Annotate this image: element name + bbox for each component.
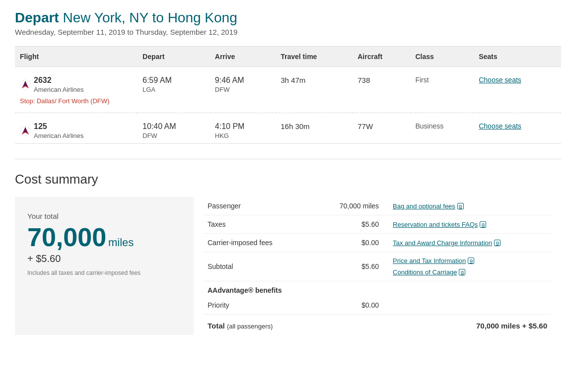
aircraft-cell-2: 77W — [353, 113, 410, 144]
links-cell: Price and Tax Information ⧉ Conditions o… — [393, 257, 547, 276]
cost-row-total: Total (all passengers) 70,000 miles + $5… — [204, 315, 551, 335]
cost-total-box: Your total 70,000 miles + $5.60 Includes… — [15, 197, 194, 335]
table-row: 125 American Airlines 10:40 AM DFW 4:10 … — [15, 113, 561, 144]
cash-amount: + $5.60 — [27, 253, 181, 264]
seats-cell-1[interactable]: Choose seats — [474, 67, 561, 98]
cost-link-cell-2: Reservation and tickets FAQs ⧉ — [383, 215, 551, 234]
travel-time-cell-2: 16h 30m — [276, 113, 353, 144]
depart-time-1: 6:59 AM — [143, 76, 205, 85]
american-airlines-icon-2 — [20, 126, 31, 136]
stop-info-1: Stop: Dallas/ Fort Worth (DFW) — [15, 97, 561, 113]
benefits-label: AAdvantage® benefits — [204, 281, 317, 297]
depart-time-2: 10:40 AM — [143, 122, 205, 131]
choose-seats-link-2[interactable]: Choose seats — [479, 122, 521, 130]
total-value: 70,000 miles + $5.60 — [317, 315, 551, 335]
flight-table: Flight Depart Arrive Travel time Aircraf… — [15, 46, 561, 144]
page-title: Depart New York, NY to Hong Kong — [15, 10, 561, 26]
cost-value-passenger: 70,000 miles — [317, 197, 383, 215]
class-cell-2: Business — [410, 113, 474, 144]
arrive-time-1: 9:46 AM — [215, 76, 271, 85]
aircraft-1: 738 — [358, 76, 405, 84]
external-link-icon: ⧉ — [457, 203, 464, 209]
cost-label-passenger: Passenger — [204, 197, 317, 215]
conditions-carriage-link[interactable]: Conditions of Carriage ⧉ — [393, 268, 547, 276]
cost-summary-section: Cost summary Your total 70,000 miles + $… — [15, 172, 561, 335]
cost-link-cell-4: Price and Tax Information ⧉ Conditions o… — [383, 252, 551, 281]
cost-label-subtotal: Subtotal — [204, 252, 317, 281]
external-link-icon-3: ⧉ — [494, 240, 501, 246]
miles-word: miles — [108, 236, 134, 249]
external-link-icon-2: ⧉ — [480, 221, 486, 228]
col-flight: Flight — [15, 47, 138, 67]
cost-summary-title: Cost summary — [15, 172, 561, 187]
col-depart: Depart — [138, 47, 210, 67]
airline-name-2: American Airlines — [34, 132, 83, 139]
external-link-icon-5: ⧉ — [459, 269, 465, 275]
cost-details: Passenger 70,000 miles Bag and optional … — [194, 197, 561, 335]
miles-display: 70,000 miles — [27, 224, 181, 250]
class-2: Business — [415, 122, 469, 130]
class-1: First — [415, 76, 469, 84]
seats-cell-2[interactable]: Choose seats — [474, 113, 561, 144]
arrive-airport-1: DFW — [215, 86, 271, 93]
flight-num-2: 125 — [34, 122, 83, 131]
cost-label-carrier: Carrier-imposed fees — [204, 234, 317, 252]
cost-link-cell-3: Tax and Award Charge Information ⧉ — [383, 234, 551, 252]
depart-cell-2: 10:40 AM DFW — [138, 113, 210, 144]
class-cell-1: First — [410, 67, 474, 98]
total-label: Total (all passengers) — [204, 315, 317, 335]
cost-row-subtotal: Subtotal $5.60 Price and Tax Information… — [204, 252, 551, 281]
includes-note: Includes all taxes and carrier-imposed f… — [27, 269, 181, 276]
col-class: Class — [410, 47, 474, 67]
col-travel-time: Travel time — [276, 47, 353, 67]
tax-award-link[interactable]: Tax and Award Charge Information ⧉ — [393, 239, 501, 247]
choose-seats-link-1[interactable]: Choose seats — [479, 76, 521, 84]
depart-cell-1: 6:59 AM LGA — [138, 67, 210, 98]
arrive-airport-2: HKG — [215, 132, 271, 139]
priority-value: $0.00 — [317, 296, 383, 315]
miles-amount: 70,000 — [27, 223, 106, 252]
flight-number-2: 125 American Airlines — [20, 122, 133, 139]
airline-name-1: American Airlines — [34, 86, 83, 93]
aircraft-2: 77W — [358, 122, 405, 131]
reservation-faqs-link[interactable]: Reservation and tickets FAQs ⧉ — [393, 221, 486, 228]
cost-row-passenger: Passenger 70,000 miles Bag and optional … — [204, 197, 551, 215]
arrive-cell-1: 9:46 AM DFW — [210, 67, 276, 98]
cost-row-priority: Priority $0.00 — [204, 296, 551, 315]
col-seats: Seats — [474, 47, 561, 67]
cost-row-benefits-header: AAdvantage® benefits — [204, 281, 551, 297]
table-header-row: Flight Depart Arrive Travel time Aircraf… — [15, 47, 561, 67]
cost-value-subtotal: $5.60 — [317, 252, 383, 281]
cost-value-carrier: $0.00 — [317, 234, 383, 252]
travel-time-1: 3h 47m — [281, 76, 348, 84]
your-total-label: Your total — [27, 212, 181, 220]
flight-cell-1: 2632 American Airlines — [15, 67, 138, 98]
bag-fees-link[interactable]: Bag and optional fees ⧉ — [393, 202, 464, 210]
cash-value: 5.60 — [41, 253, 61, 264]
cost-table: Passenger 70,000 miles Bag and optional … — [204, 197, 551, 335]
page-header: Depart New York, NY to Hong Kong Wednesd… — [15, 10, 561, 36]
cost-label-taxes: Taxes — [204, 215, 317, 234]
priority-label: Priority — [204, 296, 317, 315]
external-link-icon-4: ⧉ — [468, 258, 474, 264]
table-row: 2632 American Airlines 6:59 AM LGA 9:46 … — [15, 67, 561, 98]
flight-num-1: 2632 — [34, 76, 83, 85]
flight-number-1: 2632 American Airlines — [20, 76, 133, 93]
section-divider — [15, 159, 561, 159]
title-route: New York, NY to Hong Kong — [63, 10, 237, 25]
page-subtitle: Wednesday, September 11, 2019 to Thursda… — [15, 28, 561, 36]
col-arrive: Arrive — [210, 47, 276, 67]
depart-airport-1: LGA — [143, 86, 205, 93]
flight-cell-2: 125 American Airlines — [15, 113, 138, 144]
american-airlines-icon — [20, 79, 31, 90]
cash-plus: + $ — [27, 253, 41, 264]
col-aircraft: Aircraft — [353, 47, 410, 67]
title-depart: Depart — [15, 10, 59, 25]
travel-time-cell-1: 3h 47m — [276, 67, 353, 98]
cost-summary-layout: Your total 70,000 miles + $5.60 Includes… — [15, 197, 561, 335]
depart-airport-2: DFW — [143, 132, 205, 139]
cost-value-taxes: $5.60 — [317, 215, 383, 234]
cost-row-carrier-fees: Carrier-imposed fees $0.00 Tax and Award… — [204, 234, 551, 252]
travel-time-2: 16h 30m — [281, 122, 348, 131]
price-tax-link[interactable]: Price and Tax Information ⧉ — [393, 257, 547, 264]
